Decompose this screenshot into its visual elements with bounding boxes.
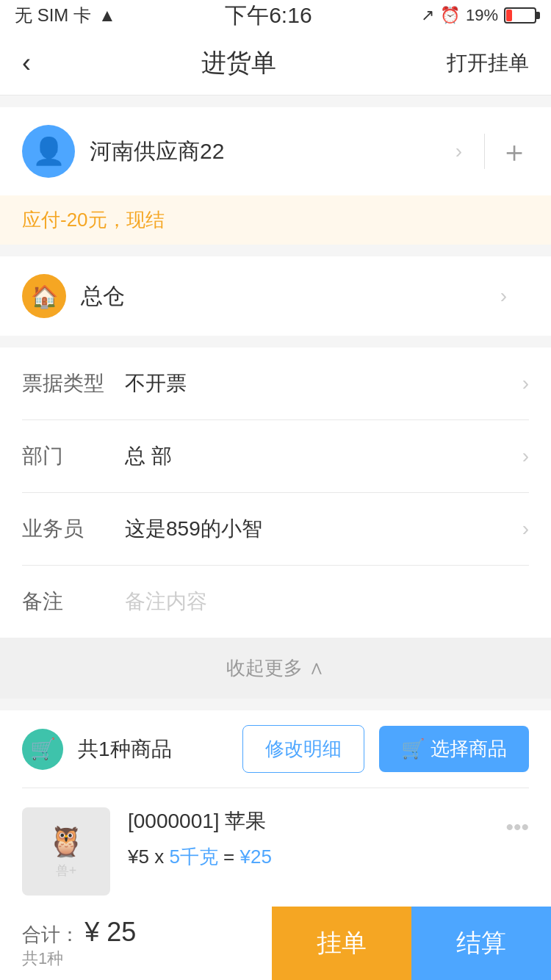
location-icon: ↗ [421,6,434,25]
price-qty: 5千克 [169,846,217,868]
select-product-label: 选择商品 [431,736,507,762]
nav-bar: ‹ 进货单 打开挂单 [0,31,551,96]
notice-banner: 应付-20元，现结 [0,195,551,245]
app-watermark: 兽+ [56,862,77,879]
chevron-right-icon-2: › [500,284,507,308]
warehouse-section: 🏠 总仓 › [0,256,551,336]
price-multiply: x [154,846,169,868]
sales-row[interactable]: 业务员 这是859的小智 › [0,493,551,565]
product-id: [0000001] [128,810,220,832]
price-equals: = [223,846,240,868]
product-price: ¥5 x 5千克 = ¥25 [128,844,505,870]
status-right: ↗ ⏰ 19% [421,6,536,25]
owl-icon: 🦉 [48,824,84,859]
warehouse-icon-wrap: 🏠 [22,274,66,318]
page-title: 进货单 [201,46,276,80]
remark-label: 备注 [22,588,110,616]
footer-total: 合计： ¥ 25 共1种 [0,917,272,970]
invoice-value: 不开票 [110,370,522,397]
dept-row[interactable]: 部门 总 部 › [0,420,551,492]
alarm-icon: ⏰ [440,6,460,25]
divider-vertical [484,134,485,169]
warehouse-name: 总仓 [81,281,500,311]
select-product-icon: 🛒 [401,738,425,760]
more-options-button[interactable]: ••• [505,815,529,840]
chevron-right-icon-3: › [522,372,529,395]
footer-bar: 合计： ¥ 25 共1种 挂单 结算 [0,907,551,980]
product-header: 🛒 共1种商品 修改明细 🛒 选择商品 [0,710,551,788]
dept-label: 部门 [22,442,110,470]
battery-text: 19% [466,6,498,25]
supplier-row[interactable]: 👤 河南供应商22 › ＋ [0,107,551,195]
invoice-label: 票据类型 [22,370,110,397]
product-info: [0000001] 苹果 ¥5 x 5千克 = ¥25 [128,807,505,870]
user-icon: 👤 [32,136,65,167]
checkout-button[interactable]: 结算 [411,907,551,980]
supplier-name: 河南供应商22 [90,137,455,167]
hang-button[interactable]: 挂单 [272,907,411,980]
status-bar: 无 SIM 卡 ▲ 下午6:16 ↗ ⏰ 19% [0,0,551,31]
cart-icon: 🛒 [30,737,56,761]
sales-label: 业务员 [22,515,110,543]
modify-detail-button[interactable]: 修改明细 [242,725,364,773]
product-count-icon: 🛒 [22,729,63,770]
avatar: 👤 [22,125,75,178]
dept-value: 总 部 [110,442,522,470]
remark-input[interactable]: 备注内容 [110,588,529,616]
divider-line-4 [22,788,529,788]
price-unit: ¥5 [128,846,149,868]
product-thumbnail: 🦉 兽+ [22,807,110,896]
select-product-button[interactable]: 🛒 选择商品 [379,726,529,772]
divider-block-3 [0,336,551,347]
open-hang-button[interactable]: 打开挂单 [447,49,529,77]
add-supplier-button[interactable]: ＋ [500,131,529,172]
wifi-icon: ▲ [98,5,116,26]
price-total: ¥25 [240,846,272,868]
divider-block-2 [0,245,551,256]
collapse-label: 收起更多 ∧ [226,655,324,681]
invoice-row[interactable]: 票据类型 不开票 › [0,347,551,419]
carrier-text: 无 SIM 卡 [15,4,91,27]
total-label: 合计： [22,923,79,945]
warehouse-row[interactable]: 🏠 总仓 › [0,256,551,336]
divider-block-1 [0,96,551,107]
collapse-more-button[interactable]: 收起更多 ∧ [0,638,551,699]
product-count-label: 共1种商品 [78,735,228,763]
back-button[interactable]: ‹ [22,48,31,79]
chevron-right-icon-4: › [522,444,529,468]
footer-count: 共1种 [22,948,250,970]
warehouse-icon: 🏠 [31,284,58,309]
status-time: 下午6:16 [225,1,311,31]
divider-block-4 [0,699,551,710]
chevron-right-icon: › [455,140,462,163]
sales-value: 这是859的小智 [110,515,522,543]
chevron-right-icon-5: › [522,517,529,541]
remark-row[interactable]: 备注 备注内容 [0,566,551,638]
supplier-section: 👤 河南供应商22 › ＋ 应付-20元，现结 [0,107,551,245]
product-title: 苹果 [225,810,266,832]
total-amount: ¥ 25 [84,917,136,947]
product-name: [0000001] 苹果 [128,807,505,835]
product-section: 🛒 共1种商品 修改明细 🛒 选择商品 🦉 兽+ [0000001] 苹果 ¥5… [0,710,551,913]
battery-icon [504,7,536,24]
status-left: 无 SIM 卡 ▲ [15,4,116,27]
form-section: 票据类型 不开票 › 部门 总 部 › 业务员 这是859的小智 › 备注 备注… [0,347,551,638]
product-item: 🦉 兽+ [0000001] 苹果 ¥5 x 5千克 = ¥25 ••• [0,790,551,913]
